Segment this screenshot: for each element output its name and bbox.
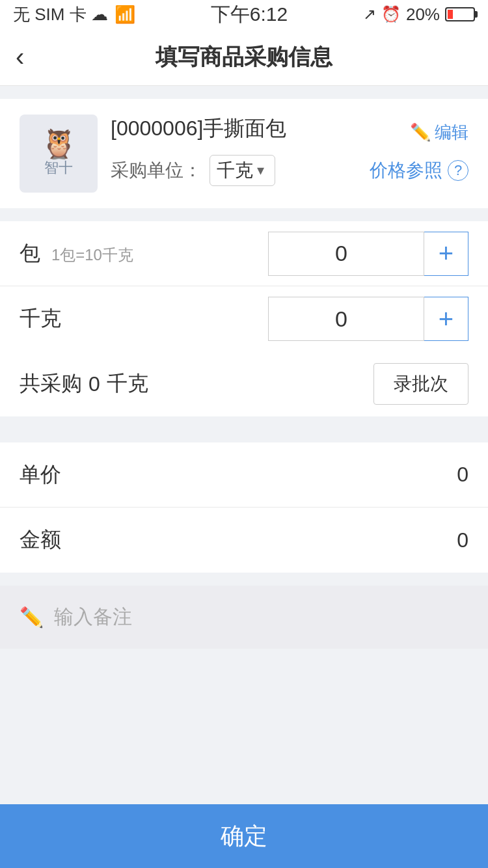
- no-sim-text: 无 SIM 卡 ☁: [13, 3, 108, 26]
- edit-label: 编辑: [435, 121, 468, 144]
- pack-label: 包: [20, 241, 40, 265]
- price-ref-button[interactable]: 价格参照 ?: [370, 158, 468, 183]
- product-card: 🦉 智十 [0000006]手撕面包 采购单位： 千克 ▾ 价格参照 ? ✏️ …: [0, 99, 488, 208]
- back-button[interactable]: ‹: [16, 42, 24, 72]
- total-section: 共采购 0 千克 录批次: [0, 351, 488, 416]
- pack-sublabel: 1包=10千克: [51, 246, 133, 264]
- unit-price-value: 0: [457, 463, 468, 487]
- amount-label: 金额: [20, 526, 61, 554]
- unit-price-label: 单价: [20, 461, 61, 489]
- kg-label-group: 千克: [20, 305, 61, 333]
- edit-icon: ✏️: [410, 122, 431, 142]
- record-batch-button[interactable]: 录批次: [373, 363, 468, 405]
- remark-section[interactable]: ✏️ 输入备注: [0, 586, 488, 649]
- total-label-group: 共采购 0 千克: [20, 370, 148, 398]
- pack-input-row: 包 1包=10千克 +: [0, 221, 488, 286]
- amount-value: 0: [457, 528, 468, 552]
- product-meta: 采购单位： 千克 ▾ 价格参照 ?: [111, 155, 468, 186]
- divider-1: [0, 208, 488, 221]
- pencil-icon: ✏️: [20, 606, 44, 629]
- wifi-icon: 📶: [115, 5, 135, 25]
- amount-row: 金额 0: [0, 508, 488, 573]
- price-ref-label: 价格参照: [370, 158, 442, 183]
- input-section: 包 1包=10千克 + 千克 +: [0, 221, 488, 351]
- total-unit: 千克: [107, 370, 148, 398]
- total-value: 0: [88, 372, 100, 396]
- kg-input-row: 千克 +: [0, 286, 488, 351]
- alarm-icon: ⏰: [381, 5, 401, 23]
- divider-2: [0, 416, 488, 429]
- product-logo-text: 智十: [44, 158, 73, 178]
- edit-button[interactable]: ✏️ 编辑: [410, 121, 468, 144]
- product-owl-icon: 🦉: [41, 129, 77, 158]
- pack-plus-button[interactable]: +: [424, 232, 468, 276]
- kg-input-right: +: [268, 297, 468, 341]
- pack-qty-input[interactable]: [268, 232, 424, 276]
- kg-plus-button[interactable]: +: [424, 297, 468, 341]
- location-icon: ↗: [363, 5, 376, 23]
- kg-label: 千克: [20, 306, 61, 330]
- battery-icon: [445, 7, 475, 21]
- status-left: 无 SIM 卡 ☁ 📶: [13, 3, 135, 26]
- nav-bar: ‹ 填写商品采购信息: [0, 29, 488, 86]
- status-time: 下午6:12: [211, 1, 288, 28]
- total-prefix: 共采购: [20, 370, 82, 398]
- product-image: 🦉 智十: [20, 115, 98, 193]
- help-icon: ?: [448, 160, 468, 181]
- kg-qty-input[interactable]: [268, 297, 424, 341]
- unit-price-row: 单价 0: [0, 442, 488, 508]
- battery-percent: 20%: [406, 5, 440, 25]
- unit-row: 采购单位： 千克 ▾: [111, 155, 275, 186]
- confirm-label: 确定: [221, 821, 267, 852]
- chevron-down-icon: ▾: [257, 162, 264, 179]
- remark-placeholder: 输入备注: [54, 604, 132, 631]
- pack-input-right: +: [268, 232, 468, 276]
- unit-select[interactable]: 千克 ▾: [210, 155, 275, 186]
- status-bar: 无 SIM 卡 ☁ 📶 下午6:12 ↗ ⏰ 20%: [0, 0, 488, 29]
- unit-value: 千克: [217, 158, 253, 183]
- page-title: 填写商品采购信息: [156, 42, 332, 72]
- status-right: ↗ ⏰ 20%: [363, 5, 475, 25]
- price-section: 单价 0 金额 0: [0, 442, 488, 573]
- pack-label-group: 包 1包=10千克: [20, 239, 133, 268]
- confirm-button[interactable]: 确定: [0, 804, 488, 868]
- unit-label: 采购单位：: [111, 158, 202, 183]
